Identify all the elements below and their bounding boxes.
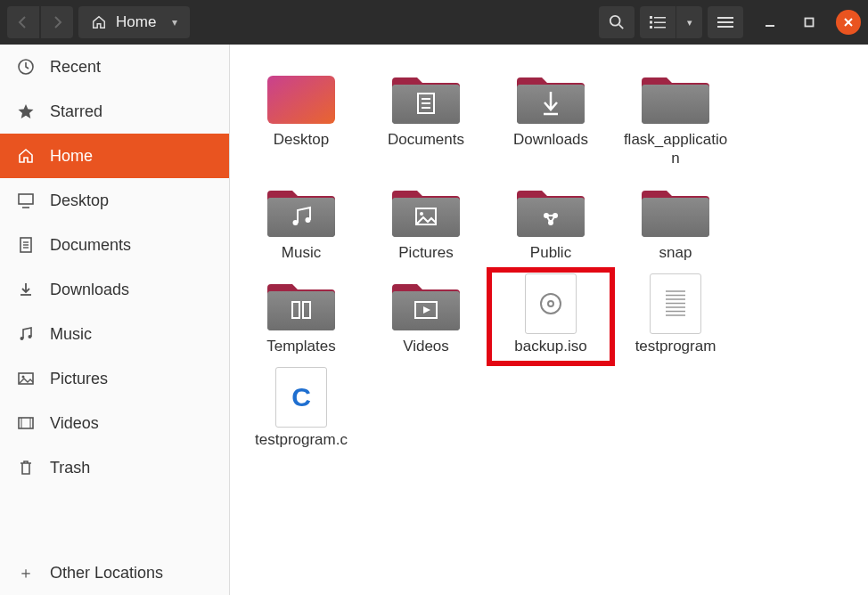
nav-back-forward-group xyxy=(7,6,73,38)
clock-icon xyxy=(16,58,36,76)
hamburger-icon xyxy=(717,16,733,29)
search-button[interactable] xyxy=(599,6,635,38)
sidebar-item-documents[interactable]: Documents xyxy=(0,223,229,267)
file-iso-icon xyxy=(517,276,585,331)
folder-music-icon xyxy=(267,183,335,238)
close-button[interactable] xyxy=(836,10,861,35)
sidebar-item-videos[interactable]: Videos xyxy=(0,401,229,445)
sidebar-item-downloads[interactable]: Downloads xyxy=(0,267,229,312)
file-label: Videos xyxy=(403,337,449,355)
folder-public-icon xyxy=(517,183,585,238)
sidebar-item-label: Desktop xyxy=(50,192,109,210)
minimize-button[interactable] xyxy=(757,10,782,35)
svg-rect-30 xyxy=(267,76,335,124)
sidebar-item-label: Other Locations xyxy=(50,564,163,583)
file-item[interactable]: testprogram xyxy=(613,271,738,364)
svg-rect-3 xyxy=(654,17,666,19)
list-icon xyxy=(650,16,666,29)
file-item[interactable]: Downloads xyxy=(488,64,613,177)
svg-point-36 xyxy=(293,220,299,225)
sidebar-item-pictures[interactable]: Pictures xyxy=(0,356,229,401)
file-label: testprogram xyxy=(635,337,717,355)
path-bar[interactable]: Home ▾ xyxy=(78,6,190,38)
sidebar: RecentStarredHomeDesktopDocumentsDownloa… xyxy=(0,45,230,595)
file-label: flask_application xyxy=(622,130,729,168)
file-item[interactable]: Pictures xyxy=(364,177,488,271)
sidebar-item-label: Trash xyxy=(50,459,90,477)
file-c-icon: C xyxy=(267,370,335,425)
svg-point-37 xyxy=(306,217,311,223)
svg-point-24 xyxy=(29,335,32,338)
folder-icon xyxy=(642,69,709,125)
file-item[interactable]: snap xyxy=(613,177,738,271)
sidebar-item-label: Videos xyxy=(50,414,99,433)
svg-point-50 xyxy=(548,301,553,306)
sidebar-item-desktop[interactable]: Desktop xyxy=(0,178,229,223)
svg-point-23 xyxy=(20,337,24,340)
file-pane[interactable]: DesktopDocumentsDownloadsflask_applicati… xyxy=(230,45,868,595)
folder-icon xyxy=(642,183,709,238)
svg-point-26 xyxy=(22,376,25,379)
file-item[interactable]: Ctestprogram.c xyxy=(239,364,364,458)
close-icon xyxy=(843,17,854,28)
sidebar-item-home[interactable]: Home xyxy=(0,134,229,178)
sidebar-item-label: Music xyxy=(50,325,92,344)
star-icon xyxy=(16,102,36,120)
plus-icon: ＋ xyxy=(16,562,36,583)
folder-pictures-icon xyxy=(392,183,460,238)
music-icon xyxy=(16,325,36,343)
file-text-icon xyxy=(642,276,709,331)
view-mode-group: ▾ xyxy=(640,6,702,38)
svg-line-1 xyxy=(619,25,624,29)
hamburger-button[interactable] xyxy=(708,6,743,38)
sidebar-item-label: Downloads xyxy=(50,281,129,299)
back-button[interactable] xyxy=(7,6,39,38)
maximize-button[interactable] xyxy=(797,10,822,35)
svg-point-49 xyxy=(541,294,561,314)
file-label: snap xyxy=(659,243,692,262)
trash-icon xyxy=(16,459,36,477)
home-icon xyxy=(16,147,36,165)
sidebar-item-starred[interactable]: Starred xyxy=(0,89,229,134)
file-item[interactable]: Music xyxy=(239,177,364,271)
file-label: Templates xyxy=(266,337,335,355)
file-item[interactable]: Public xyxy=(488,177,613,271)
sidebar-item-label: Recent xyxy=(50,58,101,77)
file-item[interactable]: Documents xyxy=(364,64,488,177)
sidebar-item-recent[interactable]: Recent xyxy=(0,45,229,89)
folder-templates-icon xyxy=(267,276,335,331)
sidebar-item-other-locations[interactable]: ＋ Other Locations xyxy=(0,550,229,595)
file-label: testprogram.c xyxy=(255,430,348,449)
downloads-icon xyxy=(16,281,36,298)
file-item[interactable]: flask_application xyxy=(613,64,738,177)
chevron-down-icon: ▾ xyxy=(687,17,692,29)
svg-rect-4 xyxy=(650,21,652,24)
file-item[interactable]: Videos xyxy=(364,271,488,364)
home-icon xyxy=(91,14,107,30)
sidebar-item-music[interactable]: Music xyxy=(0,312,229,356)
chevron-left-icon xyxy=(18,16,29,29)
search-icon xyxy=(609,14,625,30)
file-item[interactable]: Desktop xyxy=(239,64,364,177)
svg-point-39 xyxy=(420,212,423,216)
minimize-icon xyxy=(765,17,775,28)
forward-button[interactable] xyxy=(41,6,73,38)
chevron-right-icon xyxy=(52,16,62,29)
svg-rect-2 xyxy=(650,16,652,19)
view-list-button[interactable] xyxy=(640,6,676,38)
svg-rect-5 xyxy=(654,22,666,24)
file-label: Documents xyxy=(388,130,464,149)
view-dropdown-button[interactable]: ▾ xyxy=(676,6,702,38)
svg-point-0 xyxy=(610,16,620,26)
sidebar-item-label: Starred xyxy=(50,102,102,121)
folder-desktop-icon xyxy=(267,69,335,125)
videos-icon xyxy=(16,414,36,432)
sidebar-item-trash[interactable]: Trash xyxy=(0,445,229,490)
sidebar-item-label: Pictures xyxy=(50,370,108,388)
svg-rect-7 xyxy=(654,27,666,29)
maximize-icon xyxy=(804,17,815,28)
svg-rect-12 xyxy=(806,19,814,27)
file-item[interactable]: Templates xyxy=(239,271,364,364)
file-item[interactable]: backup.iso xyxy=(488,271,613,364)
titlebar: Home ▾ ▾ xyxy=(0,0,868,45)
